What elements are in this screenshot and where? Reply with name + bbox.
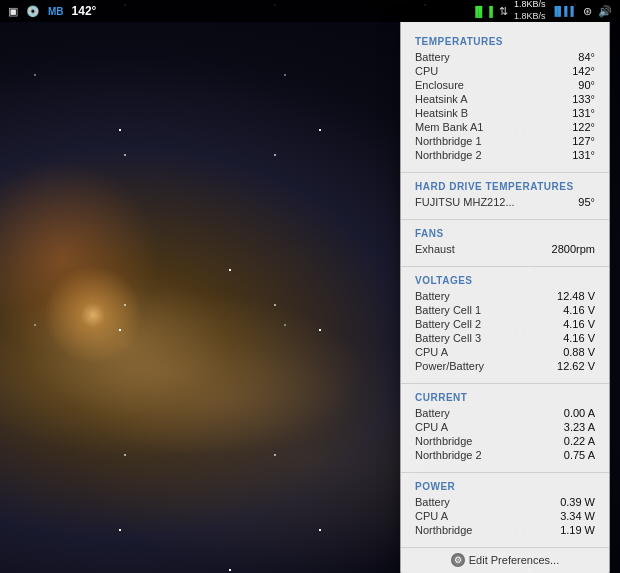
battery-v-value: 12.48 V bbox=[557, 290, 595, 302]
table-row: Battery Cell 2 4.16 V bbox=[415, 317, 595, 331]
battery-a-value: 0.00 A bbox=[564, 407, 595, 419]
table-row: Battery 12.48 V bbox=[415, 289, 595, 303]
power-battery-label: Power/Battery bbox=[415, 360, 484, 372]
northbridge2-temp-label: Northbridge 2 bbox=[415, 149, 482, 161]
arrow-up-down-icon: ⇅ bbox=[499, 5, 508, 18]
enclosure-temp-label: Enclosure bbox=[415, 79, 464, 91]
hd-icon: 💿 bbox=[26, 5, 40, 18]
heatsink-a-label: Heatsink A bbox=[415, 93, 468, 105]
gear-icon: ⚙ bbox=[451, 553, 465, 567]
table-row: Enclosure 90° bbox=[415, 78, 595, 92]
window-icon: ▣ bbox=[8, 5, 18, 18]
cpu-a-label: CPU A bbox=[415, 421, 448, 433]
fans-section: FANS Exhaust 2800rpm bbox=[401, 224, 609, 262]
table-row: Northbridge 2 131° bbox=[415, 148, 595, 162]
table-row: Battery Cell 1 4.16 V bbox=[415, 303, 595, 317]
battery-cell3-value: 4.16 V bbox=[563, 332, 595, 344]
table-row: Northbridge 0.22 A bbox=[415, 434, 595, 448]
northbridge-a-label: Northbridge bbox=[415, 435, 472, 447]
heatsink-b-label: Heatsink B bbox=[415, 107, 468, 119]
table-row: CPU A 3.34 W bbox=[415, 509, 595, 523]
northbridge2-a-value: 0.75 A bbox=[564, 449, 595, 461]
divider bbox=[401, 472, 609, 473]
bar-chart-icon: ▐▌▐ bbox=[472, 6, 493, 17]
mem-bank-value: 122° bbox=[572, 121, 595, 133]
battery-cell3-label: Battery Cell 3 bbox=[415, 332, 481, 344]
power-battery-value: 12.62 V bbox=[557, 360, 595, 372]
battery-a-label: Battery bbox=[415, 407, 450, 419]
cpu-temp-label: CPU bbox=[415, 65, 438, 77]
menubar: ▣ 💿 MB 142° ▐▌▐ ⇅ 1.8KB/s 1.8KB/s ▐▌▌▌ ⊛… bbox=[0, 0, 620, 22]
table-row: CPU 142° bbox=[415, 64, 595, 78]
voltages-title: VOLTAGES bbox=[415, 275, 595, 286]
battery-v-label: Battery bbox=[415, 290, 450, 302]
cpu-temp-value: 142° bbox=[572, 65, 595, 77]
battery-temp-label: Battery bbox=[415, 51, 450, 63]
menubar-left: ▣ 💿 MB 142° bbox=[8, 4, 96, 18]
northbridge-a-value: 0.22 A bbox=[564, 435, 595, 447]
battery-cell1-value: 4.16 V bbox=[563, 304, 595, 316]
edit-preferences-button[interactable]: ⚙ Edit Preferences... bbox=[401, 547, 609, 570]
northbridge2-a-label: Northbridge 2 bbox=[415, 449, 482, 461]
edit-preferences-label: Edit Preferences... bbox=[469, 554, 560, 566]
current-section: CURRENT Battery 0.00 A CPU A 3.23 A Nort… bbox=[401, 388, 609, 468]
northbridge1-temp-label: Northbridge 1 bbox=[415, 135, 482, 147]
battery-cell1-label: Battery Cell 1 bbox=[415, 304, 481, 316]
monitor-dropdown: TEMPERATURES Battery 84° CPU 142° Enclos… bbox=[400, 22, 610, 573]
cpu-a-value: 3.23 A bbox=[564, 421, 595, 433]
northbridge1-temp-value: 127° bbox=[572, 135, 595, 147]
power-title: POWER bbox=[415, 481, 595, 492]
heatsink-a-value: 133° bbox=[572, 93, 595, 105]
fans-title: FANS bbox=[415, 228, 595, 239]
mb-icon: MB bbox=[48, 6, 64, 17]
table-row: Heatsink B 131° bbox=[415, 106, 595, 120]
table-row: Mem Bank A1 122° bbox=[415, 120, 595, 134]
network-speed: 1.8KB/s 1.8KB/s bbox=[514, 0, 546, 23]
cpu-a-w-label: CPU A bbox=[415, 510, 448, 522]
network-up: 1.8KB/s bbox=[514, 0, 546, 11]
cpu-a-w-value: 3.34 W bbox=[560, 510, 595, 522]
table-row: Heatsink A 133° bbox=[415, 92, 595, 106]
table-row: Battery Cell 3 4.16 V bbox=[415, 331, 595, 345]
table-row: Battery 84° bbox=[415, 50, 595, 64]
wifi-icon: ⊛ bbox=[583, 5, 592, 18]
table-row: CPU A 3.23 A bbox=[415, 420, 595, 434]
northbridge-w-value: 1.19 W bbox=[560, 524, 595, 536]
network-down: 1.8KB/s bbox=[514, 11, 546, 23]
fujitsu-value: 95° bbox=[578, 196, 595, 208]
cpu-temp-display[interactable]: 142° bbox=[72, 4, 97, 18]
power-section: POWER Battery 0.39 W CPU A 3.34 W Northb… bbox=[401, 477, 609, 543]
battery-w-value: 0.39 W bbox=[560, 496, 595, 508]
enclosure-temp-value: 90° bbox=[578, 79, 595, 91]
divider bbox=[401, 172, 609, 173]
temperatures-title: TEMPERATURES bbox=[415, 36, 595, 47]
battery-cell2-label: Battery Cell 2 bbox=[415, 318, 481, 330]
network-graph-icon: ▐▌▌▌ bbox=[551, 6, 577, 16]
hdd-temps-title: HARD DRIVE TEMPERATURES bbox=[415, 181, 595, 192]
table-row: Battery 0.39 W bbox=[415, 495, 595, 509]
table-row: Northbridge 1 127° bbox=[415, 134, 595, 148]
mem-bank-label: Mem Bank A1 bbox=[415, 121, 483, 133]
temperatures-section: TEMPERATURES Battery 84° CPU 142° Enclos… bbox=[401, 32, 609, 168]
heatsink-b-value: 131° bbox=[572, 107, 595, 119]
divider bbox=[401, 266, 609, 267]
battery-cell2-value: 4.16 V bbox=[563, 318, 595, 330]
voltages-section: VOLTAGES Battery 12.48 V Battery Cell 1 … bbox=[401, 271, 609, 379]
divider bbox=[401, 219, 609, 220]
exhaust-label: Exhaust bbox=[415, 243, 455, 255]
battery-temp-value: 84° bbox=[578, 51, 595, 63]
table-row: Exhaust 2800rpm bbox=[415, 242, 595, 256]
table-row: Battery 0.00 A bbox=[415, 406, 595, 420]
table-row: Northbridge 1.19 W bbox=[415, 523, 595, 537]
table-row: FUJITSU MHZ212... 95° bbox=[415, 195, 595, 209]
fujitsu-label: FUJITSU MHZ212... bbox=[415, 196, 515, 208]
divider bbox=[401, 383, 609, 384]
cpu-a-v-label: CPU A bbox=[415, 346, 448, 358]
exhaust-value: 2800rpm bbox=[552, 243, 595, 255]
northbridge-w-label: Northbridge bbox=[415, 524, 472, 536]
hdd-temps-section: HARD DRIVE TEMPERATURES FUJITSU MHZ212..… bbox=[401, 177, 609, 215]
northbridge2-temp-value: 131° bbox=[572, 149, 595, 161]
table-row: CPU A 0.88 V bbox=[415, 345, 595, 359]
cpu-a-v-value: 0.88 V bbox=[563, 346, 595, 358]
current-title: CURRENT bbox=[415, 392, 595, 403]
